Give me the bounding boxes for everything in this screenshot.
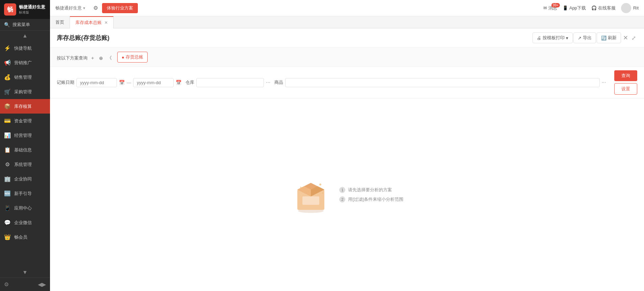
sidebar-item-quick-nav[interactable]: ⚡ 快捷导航 [0, 41, 50, 55]
scheme-label: 存货总账 [126, 54, 143, 60]
filter-scheme: ● 存货总账 [117, 52, 148, 63]
calendar-to-icon[interactable]: 📅 [176, 80, 181, 85]
sidebar-item-system[interactable]: ⚙ 系统管理 [0, 157, 50, 172]
sidebar-bottom: ⚙ ◀▶ [0, 277, 50, 291]
panel-expand-btn[interactable]: ⤢ [630, 33, 637, 43]
app-brand-title: 畅捷通好生意 [19, 4, 45, 10]
sidebar-item-app-center[interactable]: 📱 应用中心 [0, 201, 50, 215]
sidebar-item-inventory[interactable]: 📦 库存核算 [0, 99, 50, 114]
dropdown-icon[interactable]: ▾ [83, 6, 85, 10]
sidebar: 畅 畅捷通好生意 标准版 🔍 搜索菜单 ▲ ⚡ 快捷导航 📢 营销推广 💰 销售… [0, 0, 50, 291]
filter-actions: 查询 设置 [614, 70, 637, 95]
sidebar-item-label: 应用中心 [14, 205, 46, 211]
membership-icon: 👑 [4, 234, 11, 240]
date-filter-field: 记账日期 📅 — 📅 [57, 78, 181, 87]
sidebar-item-label: 新手引导 [14, 191, 46, 197]
sidebar-scroll-up[interactable]: ▲ [0, 31, 50, 41]
print-icon: 🖨 [537, 35, 541, 41]
sidebar-item-sales[interactable]: 💰 销售管理 [0, 70, 50, 84]
date-to-input[interactable] [133, 78, 174, 87]
sidebar-item-label: 销售管理 [14, 74, 46, 80]
svg-point-7 [300, 187, 301, 188]
industry-btn[interactable]: 体验行业方案 [102, 3, 138, 13]
sidebar-item-label: 畅会员 [14, 234, 46, 240]
app-brand-subtitle: 标准版 [19, 10, 45, 15]
print-btn[interactable]: 🖨 按模板打印 ▾ [532, 32, 573, 43]
message-btn[interactable]: ✉ 消息 99+ [543, 5, 557, 11]
enterprise-icon: 🏢 [4, 176, 11, 182]
sidebar-item-wechat[interactable]: 💬 企业微信 [0, 215, 50, 230]
tab-inventory-cost-label: 库存成本总账 [75, 20, 102, 26]
avatar [621, 3, 631, 13]
filter-collapse-btn[interactable]: 《 [106, 54, 113, 62]
sidebar-item-label: 采购管理 [14, 89, 46, 95]
sidebar-logo: 畅 畅捷通好生意 标准版 [0, 0, 50, 19]
sidebar-item-enterprise[interactable]: 🏢 企业协同 [0, 172, 50, 186]
date-from-input[interactable] [76, 78, 117, 87]
sidebar-search[interactable]: 🔍 搜索菜单 [0, 19, 50, 31]
scheme-item-inventory[interactable]: ● 存货总账 [117, 52, 148, 63]
headset-icon: 🎧 [591, 5, 597, 10]
sidebar-nav: ⚡ 快捷导航 📢 营销推广 💰 销售管理 🛒 采购管理 📦 库存核算 💳 资金管… [0, 41, 50, 267]
tab-close-icon[interactable]: ✕ [104, 21, 108, 25]
topbar-brand: 畅捷通好生意 ▾ [55, 5, 85, 11]
refresh-label: 刷新 [608, 35, 617, 41]
empty-state: 1 请先选择要分析的方案 2 用[过滤]条件来缩小分析范围 [50, 98, 644, 291]
guide-icon: 🆕 [4, 190, 11, 197]
scheme-dot-icon: ● [122, 55, 124, 60]
user-area[interactable]: Rit [621, 3, 639, 13]
print-label: 按模板打印 [543, 35, 565, 41]
settings-button[interactable]: ⚙ [4, 281, 9, 288]
filter-add-btn[interactable]: ＋ [89, 54, 96, 62]
svg-point-8 [322, 192, 323, 194]
warehouse-input[interactable] [196, 78, 264, 87]
svg-rect-5 [302, 196, 319, 205]
tip-num-1: 1 [339, 187, 345, 193]
basic-info-icon: 📋 [4, 147, 11, 153]
finance-icon: 💳 [4, 118, 11, 124]
header-right-actions: 🖨 按模板打印 ▾ ↗ 导出 🔄 刷新 ✕ ⤢ [532, 32, 637, 43]
online-support-label: 在线客服 [598, 5, 616, 11]
filter-settings-btn[interactable]: ⊕ [98, 55, 104, 62]
sidebar-item-label: 快捷导航 [14, 45, 46, 51]
search-icon: 🔍 [4, 22, 10, 27]
topbar-brand-text: 畅捷通好生意 [55, 5, 82, 11]
tab-inventory-cost[interactable]: 库存成本总账 ✕ [70, 16, 114, 28]
sidebar-item-purchase[interactable]: 🛒 采购管理 [0, 84, 50, 99]
empty-tip-2: 2 用[过滤]条件来缩小分析范围 [339, 196, 403, 202]
sidebar-item-label: 资金管理 [14, 118, 46, 124]
sidebar-item-label: 系统管理 [14, 162, 46, 168]
quick-nav-icon: ⚡ [4, 45, 11, 51]
calendar-from-icon[interactable]: 📅 [119, 80, 125, 85]
sidebar-item-membership[interactable]: 👑 畅会员 [0, 230, 50, 244]
warehouse-label: 仓库 [185, 79, 194, 86]
sidebar-item-label: 企业微信 [14, 220, 46, 226]
collapse-button[interactable]: ◀▶ [38, 281, 46, 288]
topbar-settings-icon[interactable]: ⚙ [93, 5, 98, 11]
sidebar-item-operation[interactable]: 📊 经营管理 [0, 128, 50, 143]
sidebar-item-marketing[interactable]: 📢 营销推广 [0, 55, 50, 70]
refresh-btn[interactable]: 🔄 刷新 [597, 32, 621, 43]
empty-illustration [291, 174, 331, 215]
query-btn[interactable]: 查询 [614, 70, 637, 81]
app-download-btn[interactable]: 📱 App下载 [563, 5, 586, 11]
sidebar-scroll-down[interactable]: ▼ [0, 267, 50, 277]
panel-close-btn[interactable]: ✕ [622, 33, 629, 43]
sidebar-item-label: 库存核算 [14, 103, 46, 110]
sidebar-item-guide[interactable]: 🆕 新手引导 [0, 186, 50, 201]
empty-content: 1 请先选择要分析的方案 2 用[过滤]条件来缩小分析范围 [291, 174, 403, 215]
warehouse-more-icon[interactable]: ··· [266, 79, 270, 86]
settings-btn[interactable]: 设置 [614, 83, 637, 95]
product-more-icon[interactable]: ··· [602, 79, 606, 86]
sidebar-item-finance[interactable]: 💳 资金管理 [0, 114, 50, 128]
sidebar-item-basic-info[interactable]: 📋 基础信息 [0, 143, 50, 157]
filter-label: 按以下方案查询 ＋ ⊕ 《 [57, 52, 113, 62]
filter-row: 记账日期 📅 — 📅 仓库 ··· 商品 ··· 查询 设置 [50, 67, 644, 98]
product-input[interactable] [285, 78, 599, 87]
print-dropdown-icon: ▾ [566, 35, 568, 41]
online-support-btn[interactable]: 🎧 在线客服 [591, 5, 616, 11]
tab-home[interactable]: 首页 [50, 16, 70, 28]
topbar-left: 畅捷通好生意 ▾ ⚙ 体验行业方案 [55, 3, 543, 13]
purchase-icon: 🛒 [4, 89, 11, 95]
export-btn[interactable]: ↗ 导出 [573, 32, 596, 43]
